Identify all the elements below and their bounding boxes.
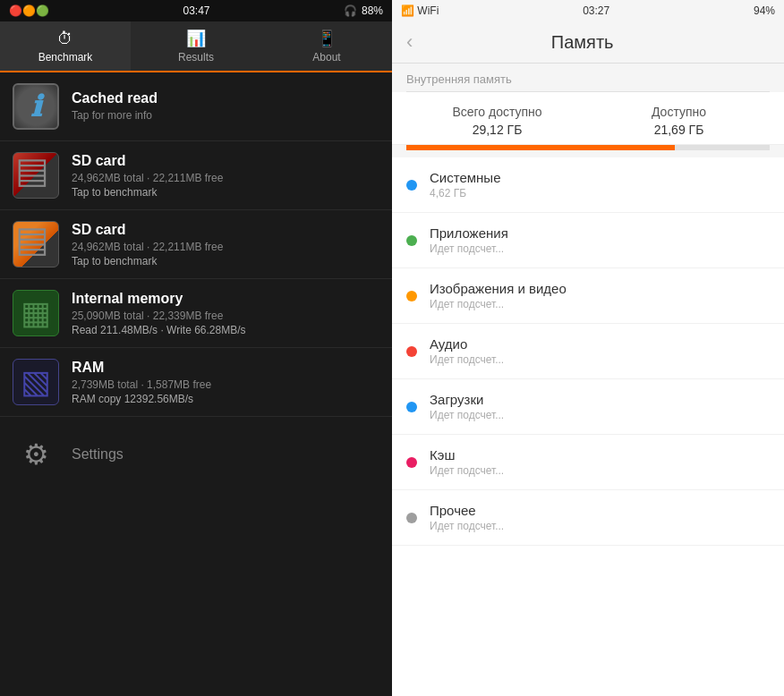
memory-icon	[13, 290, 59, 336]
category-text: Аудио Идет подсчет...	[430, 336, 770, 366]
category-dot	[406, 235, 417, 246]
left-panel: 🔴🟠🟢 03:47 🎧 88% ⏱ Benchmark 📊 Results 📱 …	[0, 0, 392, 696]
category-name: Приложения	[430, 225, 770, 241]
storage-row[interactable]: Загрузки Идет подсчет...	[392, 379, 784, 435]
status-bar-right: 📶 WiFi 03:27 94%	[392, 0, 784, 21]
category-text: Прочее Идет подсчет...	[430, 503, 770, 532]
category-name: Прочее	[430, 503, 770, 518]
category-name: Системные	[430, 170, 770, 185]
info-icon: ℹ	[13, 83, 59, 130]
storage-row[interactable]: Системные 4,62 ГБ	[392, 157, 784, 213]
results-icon: 📊	[186, 29, 206, 48]
category-sub: Идет подсчет...	[430, 298, 770, 310]
category-text: Системные 4,62 ГБ	[430, 170, 770, 199]
storage-row[interactable]: Прочее Идет подсчет...	[392, 490, 784, 546]
sd1-subtitle: 24,962MB total · 22,211MB free	[72, 172, 379, 184]
sd-card-1-item[interactable]: SD card 24,962MB total · 22,211MB free T…	[0, 141, 392, 210]
ram-item[interactable]: RAM 2,739MB total · 1,587MB free RAM cop…	[0, 348, 392, 417]
cached-read-title: Cached read	[72, 90, 379, 106]
category-sub: Идет подсчет...	[430, 409, 770, 421]
sd1-action: Tap to benchmark	[72, 186, 379, 199]
headphone-icon: 🎧	[344, 4, 357, 17]
sd2-text: SD card 24,962MB total · 22,211MB free T…	[72, 222, 379, 267]
tab-results-label: Results	[178, 51, 214, 64]
benchmark-icon: ⏱	[57, 30, 73, 48]
storage-progress-bar	[406, 145, 770, 150]
storage-row[interactable]: Приложения Идет подсчет...	[392, 213, 784, 268]
storage-categories: Системные 4,62 ГБ Приложения Идет подсче…	[392, 157, 784, 696]
status-bar-left: 🔴🟠🟢 03:47 🎧 88%	[0, 0, 392, 21]
memory-subtitle: 25,090MB total · 22,339MB free	[72, 310, 379, 322]
storage-row[interactable]: Аудио Идет подсчет...	[392, 324, 784, 379]
sd1-title: SD card	[72, 153, 379, 169]
ram-title: RAM	[72, 360, 379, 376]
ram-icon	[13, 359, 59, 405]
content-list: ℹ Cached read Tap for more info SD card …	[0, 72, 392, 696]
sd2-title: SD card	[72, 222, 379, 238]
category-text: Изображения и видео Идет подсчет...	[430, 281, 770, 310]
sd2-subtitle: 24,962MB total · 22,211MB free	[72, 241, 379, 253]
about-icon: 📱	[317, 29, 337, 48]
tab-bar: ⏱ Benchmark 📊 Results 📱 About	[0, 21, 392, 72]
sd2-icon	[13, 221, 59, 267]
storage-progress-fill	[406, 145, 675, 150]
memory-action: Read 211.48MB/s · Write 66.28MB/s	[72, 324, 379, 336]
right-panel: 📶 WiFi 03:27 94% ‹ Память Внутренняя пам…	[392, 0, 784, 696]
tab-benchmark-label: Benchmark	[38, 51, 93, 64]
category-dot	[406, 291, 417, 301]
left-status-icons: 🔴🟠🟢	[9, 4, 49, 17]
category-text: Приложения Идет подсчет...	[430, 225, 770, 255]
tab-about-label: About	[312, 51, 340, 64]
category-sub: Идет подсчет...	[430, 242, 770, 255]
category-name: Кэш	[430, 447, 770, 463]
category-dot	[406, 513, 417, 523]
category-sub: Идет подсчет...	[430, 464, 770, 477]
category-text: Кэш Идет подсчет...	[430, 447, 770, 477]
tab-results[interactable]: 📊 Results	[131, 21, 261, 71]
ram-action: RAM copy 12392.56MB/s	[72, 393, 379, 405]
avail-value: 21,69 ГБ	[588, 123, 770, 137]
sd-card-2-item[interactable]: SD card 24,962MB total · 22,211MB free T…	[0, 210, 392, 279]
category-name: Загрузки	[430, 392, 770, 407]
storage-row[interactable]: Кэш Идет подсчет...	[392, 435, 784, 490]
storage-row[interactable]: Изображения и видео Идет подсчет...	[392, 268, 784, 324]
storage-summary: Всего доступно 29,12 ГБ Доступно 21,69 Г…	[392, 92, 784, 145]
internal-memory-item[interactable]: Internal memory 25,090MB total · 22,339M…	[0, 279, 392, 348]
cached-read-text: Cached read Tap for more info	[72, 90, 379, 123]
total-value: 29,12 ГБ	[406, 123, 588, 137]
memory-text: Internal memory 25,090MB total · 22,339M…	[72, 291, 379, 336]
avail-label: Доступно	[588, 105, 770, 119]
sd1-text: SD card 24,962MB total · 22,211MB free T…	[72, 153, 379, 199]
sd1-icon	[13, 152, 59, 199]
settings-label: Settings	[72, 446, 124, 463]
right-battery: 94%	[754, 4, 775, 17]
left-battery: 88%	[362, 4, 383, 17]
left-battery-area: 🎧 88%	[344, 4, 383, 17]
ram-text: RAM 2,739MB total · 1,587MB free RAM cop…	[72, 360, 379, 405]
category-name: Изображения и видео	[430, 281, 770, 296]
section-label: Внутренняя память	[392, 64, 784, 91]
category-dot	[406, 457, 417, 468]
category-name: Аудио	[430, 336, 770, 352]
cached-read-item[interactable]: ℹ Cached read Tap for more info	[0, 72, 392, 141]
settings-item[interactable]: ⚙ Settings	[0, 417, 392, 492]
right-time: 03:27	[583, 4, 609, 17]
ram-subtitle: 2,739MB total · 1,587MB free	[72, 378, 379, 391]
right-signal-icons: 📶 WiFi	[401, 4, 439, 17]
tab-about[interactable]: 📱 About	[261, 21, 392, 71]
sd2-action: Tap to benchmark	[72, 255, 379, 267]
left-time: 03:47	[183, 4, 209, 17]
total-col: Всего доступно 29,12 ГБ	[406, 105, 588, 137]
right-header: ‹ Память	[392, 21, 784, 64]
category-sub: Идет подсчет...	[430, 520, 770, 532]
page-title: Память	[422, 32, 743, 53]
avail-col: Доступно 21,69 ГБ	[588, 105, 770, 137]
category-sub: 4,62 ГБ	[430, 187, 770, 199]
settings-icon: ⚙	[13, 431, 59, 478]
category-text: Загрузки Идет подсчет...	[430, 392, 770, 421]
back-button[interactable]: ‹	[406, 30, 413, 54]
category-sub: Идет подсчет...	[430, 353, 770, 366]
category-dot	[406, 402, 417, 412]
tab-benchmark[interactable]: ⏱ Benchmark	[0, 21, 131, 71]
category-dot	[406, 346, 417, 357]
